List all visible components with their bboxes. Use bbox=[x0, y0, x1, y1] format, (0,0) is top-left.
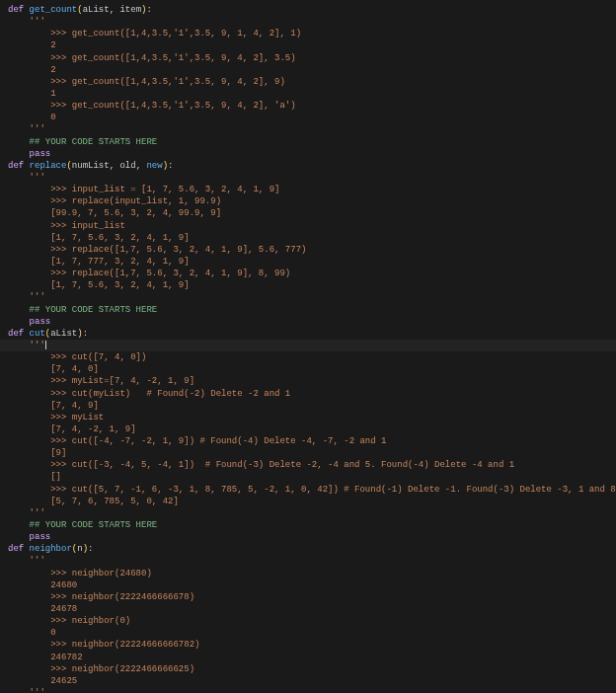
docstring: >>> cut([7, 4, 0]) bbox=[0, 351, 616, 363]
docstring: ''' bbox=[0, 16, 616, 28]
docstring: 1 bbox=[0, 88, 616, 100]
def-line: def get_count(aList, item): bbox=[0, 4, 616, 16]
docstring: 24678 bbox=[0, 603, 616, 615]
docstring: ''' bbox=[0, 291, 616, 303]
docstring: 2 bbox=[0, 39, 616, 51]
docstring: >>> get_count([1,4,3.5,'1',3.5, 9, 4, 2]… bbox=[0, 76, 616, 88]
def-line: def replace(numList, old, new): bbox=[0, 160, 616, 172]
docstring: [7, 4, 0] bbox=[0, 363, 616, 375]
docstring: >>> get_count([1,4,3.5,'1',3.5, 9, 4, 2]… bbox=[0, 100, 616, 112]
text-cursor bbox=[45, 341, 46, 349]
pass-stmt: pass bbox=[0, 148, 616, 160]
docstring: ''' bbox=[0, 687, 616, 693]
docstring: >>> input_list bbox=[0, 220, 616, 232]
docstring: [9] bbox=[0, 447, 616, 459]
def-line: def cut(aList): bbox=[0, 328, 616, 340]
pass-stmt: pass bbox=[0, 316, 616, 328]
comment: ## YOUR CODE STARTS HERE bbox=[0, 136, 616, 148]
docstring: >>> get_count([1,4,3.5,'1',3.5, 9, 4, 2]… bbox=[0, 52, 616, 64]
docstring: [1, 7, 5.6, 3, 2, 4, 1, 9] bbox=[0, 232, 616, 244]
def-line: def neighbor(n): bbox=[0, 543, 616, 555]
docstring: >>> input_list = [1, 7, 5.6, 3, 2, 4, 1,… bbox=[0, 184, 616, 195]
docstring: 0 bbox=[0, 112, 616, 123]
docstring: >>> cut(myList) # Found(-2) Delete -2 an… bbox=[0, 388, 616, 400]
pass-stmt: pass bbox=[0, 531, 616, 543]
docstring: >>> neighbor(2222466666625) bbox=[0, 663, 616, 675]
docstring: >>> myList=[7, 4, -2, 1, 9] bbox=[0, 375, 616, 387]
docstring-cursor-line: ''' bbox=[0, 340, 616, 351]
docstring: [1, 7, 5.6, 3, 2, 4, 1, 9] bbox=[0, 279, 616, 291]
code-editor[interactable]: def get_count(aList, item): ''' >>> get_… bbox=[0, 4, 616, 693]
docstring: [7, 4, 9] bbox=[0, 400, 616, 412]
docstring: 24680 bbox=[0, 579, 616, 591]
docstring: 0 bbox=[0, 627, 616, 639]
docstring: ''' bbox=[0, 555, 616, 567]
docstring: >>> cut([-4, -7, -2, 1, 9]) # Found(-4) … bbox=[0, 435, 616, 447]
docstring: >>> replace([1,7, 5.6, 3, 2, 4, 1, 9], 8… bbox=[0, 268, 616, 279]
docstring: >>> cut([-3, -4, 5, -4, 1]) # Found(-3) … bbox=[0, 459, 616, 471]
docstring: >>> neighbor(0) bbox=[0, 615, 616, 627]
docstring: ''' bbox=[0, 172, 616, 184]
docstring: [1, 7, 777, 3, 2, 4, 1, 9] bbox=[0, 256, 616, 268]
docstring: >>> replace([1,7, 5.6, 3, 2, 4, 1, 9], 5… bbox=[0, 244, 616, 256]
docstring: ''' bbox=[0, 507, 616, 519]
docstring: >>> neighbor(24680) bbox=[0, 568, 616, 579]
docstring: [] bbox=[0, 471, 616, 483]
docstring: ''' bbox=[0, 123, 616, 135]
docstring: >>> cut([5, 7, -1, 6, -3, 1, 8, 785, 5, … bbox=[0, 484, 616, 496]
comment: ## YOUR CODE STARTS HERE bbox=[0, 519, 616, 531]
docstring: >>> neighbor(2222466666678) bbox=[0, 591, 616, 603]
comment: ## YOUR CODE STARTS HERE bbox=[0, 304, 616, 316]
docstring: 24625 bbox=[0, 675, 616, 687]
docstring: [7, 4, -2, 1, 9] bbox=[0, 424, 616, 435]
docstring: [99.9, 7, 5.6, 3, 2, 4, 99.9, 9] bbox=[0, 207, 616, 219]
docstring: 246782 bbox=[0, 652, 616, 663]
docstring: [5, 7, 6, 785, 5, 0, 42] bbox=[0, 496, 616, 507]
docstring: 2 bbox=[0, 64, 616, 76]
docstring: >>> myList bbox=[0, 412, 616, 424]
docstring: >>> neighbor(22224666666782) bbox=[0, 639, 616, 651]
docstring: >>> replace(input_list, 1, 99.9) bbox=[0, 195, 616, 207]
docstring: >>> get_count([1,4,3.5,'1',3.5, 9, 1, 4,… bbox=[0, 28, 616, 39]
